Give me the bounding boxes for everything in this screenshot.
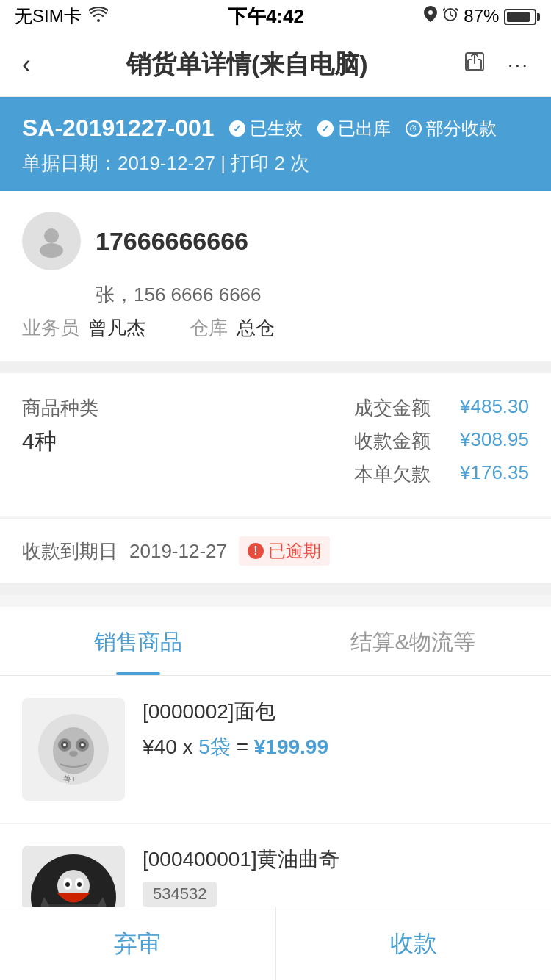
abandon-review-button[interactable]: 弃审 <box>0 907 276 980</box>
status-left: 无SIM卡 <box>15 4 108 28</box>
sales-rep-item: 业务员 曾凡杰 <box>22 315 145 341</box>
deal-label: 成交金额 <box>354 395 431 421</box>
product-price-1: ¥40 x 5袋 = ¥199.99 <box>143 733 529 761</box>
carrier-text: 无SIM卡 <box>15 4 82 28</box>
svg-point-3 <box>40 243 63 258</box>
check-icon-shipped: ✓ <box>317 120 334 137</box>
customer-row: 17666666666 <box>22 212 529 270</box>
print-count: 打印 2 次 <box>231 152 309 174</box>
customer-contact: 张，156 6666 6666 <box>22 282 529 308</box>
order-header: SA-20191227-001 ✓ 已生效 ✓ 已出库 ⏱ 部分收款 单据日期：… <box>0 97 551 191</box>
location-icon <box>424 6 437 26</box>
product-thumb-1: 兽+ <box>22 698 125 801</box>
svg-point-11 <box>81 743 84 746</box>
customer-section: 17666666666 张，156 6666 6666 业务员 曾凡杰 仓库 总… <box>0 191 551 361</box>
svg-point-18 <box>65 882 70 887</box>
page-title: 销货单详情(来自电脑) <box>126 48 368 82</box>
deal-value: ¥485.30 <box>460 395 529 421</box>
status-time: 下午4:42 <box>228 4 304 29</box>
status-bar: 无SIM卡 下午4:42 87% <box>0 0 551 32</box>
divider-1 <box>0 361 551 373</box>
divider-2 <box>0 583 551 595</box>
clock-icon: ⏱ <box>406 120 422 137</box>
due-label: 收款到期日 <box>22 538 118 564</box>
summary-right: 成交金额 ¥485.30 收款金额 ¥308.95 本单欠款 ¥176.35 <box>354 395 529 494</box>
table-row: 兽+ [0000002]面包 ¥40 x 5袋 = ¥199.99 <box>0 676 551 824</box>
avatar <box>22 212 81 270</box>
receipt-value: ¥308.95 <box>460 428 529 454</box>
warehouse-item: 仓库 总仓 <box>190 315 275 341</box>
sales-rep-value: 曾凡杰 <box>88 315 145 341</box>
svg-point-19 <box>77 882 82 887</box>
check-icon-active: ✓ <box>229 120 245 137</box>
customer-id: 17666666666 <box>96 227 248 256</box>
warehouse-label: 仓库 <box>190 315 228 341</box>
summary-left: 商品种类 4种 <box>22 395 98 494</box>
svg-point-10 <box>63 743 66 746</box>
alarm-icon <box>443 6 458 26</box>
product-qty-1: 5袋 <box>198 735 231 758</box>
receipt-label: 收款金额 <box>354 428 431 454</box>
status-shipped: ✓ 已出库 <box>317 117 391 140</box>
type-count: 4种 <box>22 427 98 457</box>
back-button[interactable]: ‹ <box>22 49 31 80</box>
debt-value: ¥176.35 <box>460 461 529 487</box>
warehouse-value: 总仓 <box>237 315 275 341</box>
svg-text:兽+: 兽+ <box>63 774 76 783</box>
deal-row: 成交金额 ¥485.30 <box>354 395 529 421</box>
due-section: 收款到期日 2019-12-27 ! 已逾期 <box>0 518 551 583</box>
battery-indicator: 87% <box>464 6 536 26</box>
share-icon[interactable] <box>464 51 486 79</box>
status-active: ✓ 已生效 <box>229 117 303 140</box>
debt-row: 本单欠款 ¥176.35 <box>354 461 529 487</box>
collect-payment-button[interactable]: 收款 <box>276 907 552 980</box>
nav-bar: ‹ 销货单详情(来自电脑) ··· <box>0 32 551 97</box>
product-total-1: ¥199.99 <box>254 735 328 758</box>
product-name-1: [0000002]面包 <box>143 698 529 726</box>
product-name-2: [000400001]黄油曲奇 <box>143 846 529 873</box>
status-partial: ⏱ 部分收款 <box>406 117 497 140</box>
nav-right-actions: ··· <box>464 51 529 79</box>
overdue-text: 已逾期 <box>268 539 321 563</box>
tab-products[interactable]: 销售商品 <box>0 607 276 675</box>
tab-settlement[interactable]: 结算&物流等 <box>276 607 551 675</box>
summary-section: 商品种类 4种 成交金额 ¥485.30 收款金额 ¥308.95 本单欠款 ¥… <box>0 373 551 516</box>
customer-meta: 业务员 曾凡杰 仓库 总仓 <box>22 315 529 341</box>
tabs-row: 销售商品 结算&物流等 <box>0 607 551 676</box>
svg-point-2 <box>44 228 59 243</box>
order-date-row: 单据日期：2019-12-27 | 打印 2 次 <box>22 151 529 176</box>
bottom-bar: 弃审 收款 <box>0 907 551 980</box>
due-date: 2019-12-27 <box>129 540 227 563</box>
order-date: 单据日期：2019-12-27 <box>22 152 215 174</box>
sales-rep-label: 业务员 <box>22 315 79 341</box>
more-icon[interactable]: ··· <box>508 53 529 76</box>
type-label: 商品种类 <box>22 395 98 421</box>
wifi-icon <box>89 6 108 26</box>
divider-text: | <box>220 152 231 174</box>
svg-point-12 <box>69 751 78 757</box>
product-info-1: [0000002]面包 ¥40 x 5袋 = ¥199.99 <box>143 698 529 761</box>
receipt-row: 收款金额 ¥308.95 <box>354 428 529 454</box>
order-id: SA-20191227-001 <box>22 115 215 142</box>
battery-icon <box>504 9 536 25</box>
debt-label: 本单欠款 <box>354 461 431 487</box>
warning-icon: ! <box>248 543 264 559</box>
product-tag-2: 534532 <box>143 882 217 907</box>
overdue-badge: ! 已逾期 <box>239 536 330 566</box>
status-right: 87% <box>424 6 536 26</box>
